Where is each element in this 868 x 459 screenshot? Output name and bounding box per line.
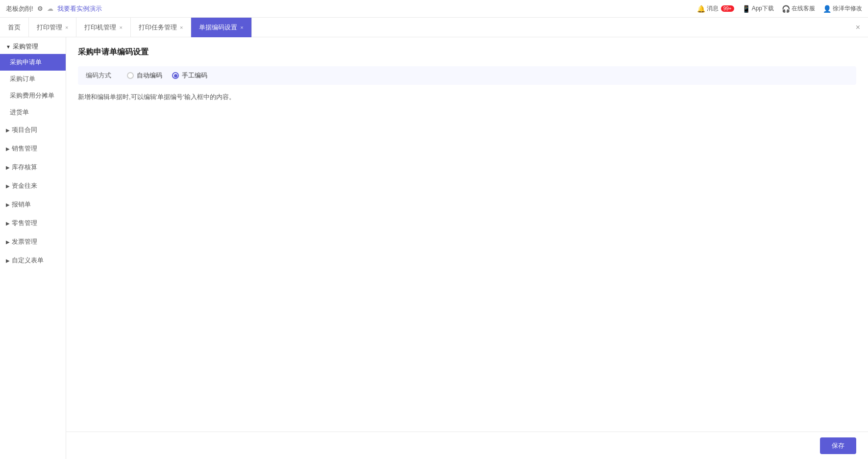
demo-link[interactable]: 我要看实例演示 [57,4,102,13]
main-layout: ▼ 采购管理 采购申请单 采购订单 采购费用分摊单 进货单 ▶ 项目合同 ▶ 销… [0,37,868,459]
user-icon [823,5,831,13]
sidebar-group-custom-form-label: 自定义表单 [12,256,44,265]
tab-single-code-close[interactable]: × [240,25,243,30]
chevron-right-icon-8: ▶ [6,258,10,263]
sidebar-item-purchase-order-label: 采购订单 [10,75,35,82]
online-service-label: 在线客服 [792,4,815,13]
chevron-right-icon-2: ▶ [6,146,10,152]
sidebar-group-purchase[interactable]: ▼ 采购管理 [0,37,66,54]
message-button[interactable]: 消息 99+ [697,4,734,13]
chevron-right-icon-4: ▶ [6,183,10,189]
auto-code-label: 自动编码 [137,71,162,80]
sidebar-group-retail-label: 零售管理 [12,219,37,228]
manual-code-label: 手工编码 [182,71,207,80]
cloud-icon: ☁ [47,5,53,12]
headset-icon [782,5,790,13]
sidebar-group-custom-form[interactable]: ▶ 自定义表单 [0,251,66,270]
sidebar-group-inventory-label: 库存核算 [12,163,37,172]
content-area: 采购申请单编码设置 编码方式 自动编码 手工编码 新增和编辑单据时,可以编辑'单… [66,37,868,459]
radio-auto-circle [127,72,134,79]
sidebar-group-capital-label: 资金往来 [12,181,37,190]
sidebar-group-sales[interactable]: ▶ 销售管理 [0,139,66,158]
tab-bar-close-all[interactable]: × [848,23,868,32]
coding-method-row: 编码方式 自动编码 手工编码 [78,66,856,85]
sidebar-group-sales-label: 销售管理 [12,144,37,153]
tab-print-manage-label: 打印管理 [37,23,62,32]
radio-manual-code[interactable]: 手工编码 [172,71,207,80]
sidebar-group-retail[interactable]: ▶ 零售管理 [0,214,66,232]
app-download-label: App下载 [752,4,774,13]
tab-printer-manage-label: 打印机管理 [84,23,116,32]
sidebar-group-returns[interactable]: ▶ 报销单 [0,195,66,214]
sidebar-item-purchase-order[interactable]: 采购订单 [0,71,66,87]
sidebar-item-purchase-request[interactable]: 采购申请单 [0,54,66,71]
settings-icon[interactable]: ⚙ [37,5,43,12]
top-bar-right: 消息 99+ App下载 在线客服 徐泽华修改 [697,4,862,13]
brand-name: 老板勿削! [6,4,33,13]
sidebar: ▼ 采购管理 采购申请单 采购订单 采购费用分摊单 进货单 ▶ 项目合同 ▶ 销… [0,37,66,459]
sidebar-group-capital[interactable]: ▶ 资金往来 [0,177,66,195]
sidebar-group-purchase-label: 采购管理 [13,42,38,51]
sidebar-group-project-contract-label: 项目合同 [12,126,37,134]
top-bar: 老板勿削! ⚙ ☁ 我要看实例演示 消息 99+ App下载 在线客服 徐泽华修… [0,0,868,18]
tab-print-task[interactable]: 打印任务管理 × [131,18,191,37]
sidebar-item-stock-in[interactable]: 进货单 [0,104,66,121]
sidebar-item-stock-in-label: 进货单 [10,108,29,116]
chevron-right-icon-1: ▶ [6,128,10,133]
bottom-bar: 保存 [66,432,868,459]
top-bar-left: 老板勿削! ⚙ ☁ 我要看实例演示 [6,4,102,13]
app-download-button[interactable]: App下载 [742,4,774,13]
phone-icon [742,5,750,13]
tab-home-label: 首页 [8,23,21,32]
message-label: 消息 [707,4,719,13]
sidebar-group-invoice-label: 发票管理 [12,237,37,246]
online-service-button[interactable]: 在线客服 [782,4,815,13]
tab-print-manage[interactable]: 打印管理 × [29,18,76,37]
radio-manual-circle [172,72,179,79]
sidebar-item-purchase-expense[interactable]: 采购费用分摊单 [0,87,66,104]
tab-printer-manage[interactable]: 打印机管理 × [76,18,130,37]
radio-auto-code[interactable]: 自动编码 [127,71,162,80]
tab-single-code[interactable]: 单据编码设置 × [191,18,251,37]
tab-bar: 首页 打印管理 × 打印机管理 × 打印任务管理 × 单据编码设置 × × [0,18,868,37]
user-name: 徐泽华修改 [833,4,862,13]
message-badge: 99+ [721,5,734,12]
coding-method-label: 编码方式 [86,71,111,80]
tab-print-task-label: 打印任务管理 [139,23,177,32]
chevron-down-icon: ▼ [6,44,11,50]
sidebar-group-returns-label: 报销单 [12,200,31,209]
user-menu[interactable]: 徐泽华修改 [823,4,862,13]
tab-printer-manage-close[interactable]: × [119,25,122,30]
tab-print-task-close[interactable]: × [180,25,183,30]
chevron-right-icon-3: ▶ [6,165,10,170]
hint-text: 新增和编辑单据时,可以编辑'单据编号'输入框中的内容。 [78,93,856,102]
chevron-right-icon-7: ▶ [6,239,10,245]
sidebar-item-purchase-expense-label: 采购费用分摊单 [10,92,54,99]
sidebar-group-project-contract[interactable]: ▶ 项目合同 [0,121,66,139]
save-button[interactable]: 保存 [820,437,856,454]
page-title: 采购申请单编码设置 [78,47,856,57]
radio-group-coding: 自动编码 手工编码 [127,71,207,80]
chevron-right-icon-5: ▶ [6,202,10,207]
sidebar-group-invoice[interactable]: ▶ 发票管理 [0,232,66,251]
tab-home[interactable]: 首页 [0,18,29,37]
chevron-right-icon-6: ▶ [6,221,10,226]
content-inner: 采购申请单编码设置 编码方式 自动编码 手工编码 新增和编辑单据时,可以编辑'单… [66,37,868,432]
sidebar-item-purchase-request-label: 采购申请单 [10,58,42,66]
bell-icon [697,5,705,13]
sidebar-group-inventory[interactable]: ▶ 库存核算 [0,158,66,177]
tab-single-code-label: 单据编码设置 [199,23,237,32]
tab-print-manage-close[interactable]: × [65,25,68,30]
